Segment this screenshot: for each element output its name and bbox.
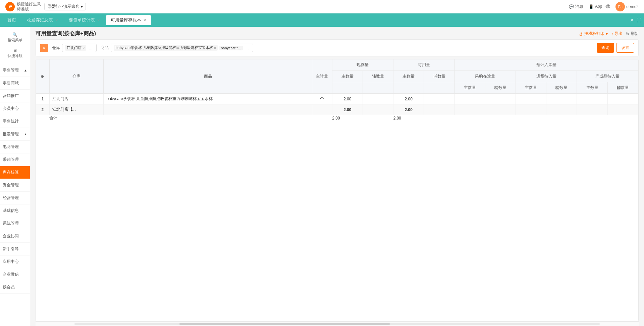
sidebar-item-marketing[interactable]: 营销推广	[0, 90, 30, 102]
table-subtotal-row: 2 江北门店【... 2.00 2.00	[36, 104, 638, 115]
row-existing-main: 2.00	[332, 94, 363, 104]
footer-empty-2	[104, 115, 312, 121]
row-goods: babycare学饮杯 儿童防摔防撞吸管杯重力球吸嘴杯宝宝水杯	[104, 94, 312, 104]
sidebar-item-ecommerce[interactable]: 电商管理	[0, 141, 30, 153]
tab-inventory[interactable]: 可用量库存账本 ✕	[106, 15, 151, 25]
sidebar-item-newbie[interactable]: 新手引导	[0, 243, 30, 255]
warehouse-label: 仓库	[52, 45, 60, 51]
row-no: 1	[36, 94, 49, 104]
subtotal-warehouse: 江北门店【...	[49, 104, 104, 115]
col-settings-header[interactable]: ⚙	[36, 59, 49, 94]
nav-icon: ⊞	[13, 48, 17, 53]
subtotal-no: 2	[36, 104, 49, 115]
col-existing-main-2	[332, 82, 363, 94]
table-footer-row: 合计 2.00 2.00	[36, 115, 638, 121]
chevron-down-icon: ▾	[81, 4, 83, 9]
sidebar-item-wechat[interactable]: 企业微信	[0, 268, 30, 281]
tab-close-orders[interactable]: ✕	[97, 18, 100, 22]
warehouse-filter: 仓库 江北门店 × ...	[52, 44, 97, 52]
expand-arrow-icon-2: ▲	[24, 132, 27, 136]
query-button[interactable]: 查询	[597, 43, 614, 53]
sidebar-item-retail-stats[interactable]: 零售统计	[0, 115, 30, 128]
footer-production-aux	[607, 115, 638, 121]
tab-orders[interactable]: 要货单统计表 ✕	[64, 15, 105, 25]
sidebar-item-retail-mgmt[interactable]: 零售管理 ▲	[0, 64, 30, 77]
refresh-button[interactable]: ↻ 刷新	[626, 31, 639, 37]
col-available-aux: 辅数量	[424, 71, 454, 82]
content-area: 可用量查询(按仓库+商品) 🖨 按模板打印 ▾ ↑ 导出 ↻ 刷新	[30, 27, 644, 326]
sidebar-item-finance[interactable]: 资金管理	[0, 179, 30, 192]
col-available-aux-2	[424, 82, 454, 94]
col-existing: 现存量	[332, 59, 393, 71]
app-download-button[interactable]: 📱 App下载	[589, 4, 610, 9]
warehouse-tag-close[interactable]: ×	[83, 46, 85, 50]
sidebar-item-app-center[interactable]: 应用中心	[0, 255, 30, 268]
sidebar-item-member-center[interactable]: 会员中心	[0, 102, 30, 115]
col-production-main: 主数量	[577, 82, 607, 94]
subtotal-purchase-aux	[485, 104, 516, 115]
refresh-icon: ↻	[626, 32, 629, 36]
footer-incoming-main	[516, 115, 546, 121]
goods-more-button[interactable]: ...	[244, 46, 250, 50]
sidebar-search[interactable]: 🔍 搜索菜单	[0, 30, 30, 45]
setting-button[interactable]: 设置	[616, 43, 634, 53]
sidebar-quick-nav[interactable]: ⊞ 快捷导航	[0, 45, 30, 61]
warehouse-input[interactable]: 江北门店 × ...	[62, 44, 97, 52]
filter-actions: 查询 设置	[597, 43, 634, 53]
col-estimated: 预计入库量	[454, 59, 638, 71]
footer-incoming-aux	[546, 115, 577, 121]
top-bar-left: 好 畅捷通好生意 标准版 母婴行业演示账套 ▾	[5, 2, 86, 11]
col-incoming-aux: 辅数量	[546, 82, 577, 94]
goods-tag-1-close[interactable]: ×	[214, 46, 216, 50]
sidebar-item-operations[interactable]: 经营管理	[0, 192, 30, 204]
download-icon: 📱	[589, 4, 594, 9]
goods-tag-2: babycare?...	[219, 46, 243, 50]
subtotal-production-aux	[607, 104, 638, 115]
scroll-track	[74, 323, 600, 325]
tab-home[interactable]: 首页	[3, 15, 21, 25]
sidebar-item-member[interactable]: 畅会员	[0, 281, 30, 294]
col-goods: 商品	[104, 59, 312, 94]
filter-expand-button[interactable]: »	[40, 44, 48, 52]
org-selector[interactable]: 母婴行业演示账套 ▾	[44, 3, 86, 10]
col-available-main: 主数量	[393, 71, 424, 82]
sidebar-item-purchase[interactable]: 采购管理	[0, 153, 30, 166]
row-existing-aux	[363, 94, 393, 104]
footer-purchase-main	[454, 115, 485, 121]
logo-text: 畅捷通好生意 标准版	[17, 2, 41, 11]
message-button[interactable]: 💬 消息	[569, 4, 583, 9]
print-template-button[interactable]: 🖨 按模板打印 ▾	[579, 31, 608, 37]
warehouse-more-button[interactable]: ...	[88, 46, 94, 50]
goods-tag-1: babycare学饮杯 儿童防摔防撞吸管杯重力球吸嘴杯宝宝水杯 ×	[114, 45, 218, 51]
row-production-main	[577, 94, 607, 104]
sidebar-item-enterprise[interactable]: 企业协同	[0, 230, 30, 243]
tab-bar: 首页 收发存汇总表 ✕ 要货单统计表 ✕ 可用量库存账本 ✕ ✕ ⛶	[0, 13, 644, 27]
col-purchase-transit: 采购在途量	[454, 71, 516, 82]
sidebar-item-inventory[interactable]: 库存核算	[0, 166, 30, 179]
scroll-thumb[interactable]	[179, 323, 389, 325]
filter-bar: » 仓库 江北门店 × ... 商品 babycare学饮杯 儿童防摔防撞吸管杯…	[36, 39, 639, 56]
export-button[interactable]: ↑ 导出	[611, 31, 623, 37]
tab-close-all-icon[interactable]: ✕	[630, 17, 634, 23]
tab-bar-actions: ✕ ⛶	[630, 17, 641, 23]
table-container[interactable]: ⚙ 仓库 商品 主计量 现存量 可用量 预计入库量 主数量 辅数量 主数量 辅数…	[36, 59, 639, 321]
footer-existing-main: 2.00	[332, 115, 363, 121]
tab-close-receipts[interactable]: ✕	[55, 18, 58, 22]
tab-receipts[interactable]: 收发存汇总表 ✕	[22, 15, 63, 25]
page-title: 可用量查询(按仓库+商品)	[36, 30, 96, 37]
goods-input[interactable]: babycare学饮杯 儿童防摔防撞吸管杯重力球吸嘴杯宝宝水杯 × babyca…	[111, 44, 253, 52]
col-existing-main: 主数量	[332, 71, 363, 82]
user-menu[interactable]: Ea demo2	[615, 2, 639, 11]
tab-close-inventory[interactable]: ✕	[143, 18, 146, 22]
sidebar-item-wholesale-mgmt[interactable]: 批发管理 ▲	[0, 128, 30, 141]
footer-available-main: 2.00	[393, 115, 424, 121]
warehouse-tag: 江北门店 ×	[65, 45, 86, 51]
sidebar-item-system[interactable]: 系统管理	[0, 217, 30, 230]
fullscreen-icon[interactable]: ⛶	[637, 17, 641, 23]
footer-production-main	[577, 115, 607, 121]
sidebar-item-basic-info[interactable]: 基础信息	[0, 204, 30, 217]
row-production-aux	[607, 94, 638, 104]
col-production-aux: 辅数量	[607, 82, 638, 94]
page-header: 可用量查询(按仓库+商品) 🖨 按模板打印 ▾ ↑ 导出 ↻ 刷新	[30, 27, 644, 39]
sidebar-item-retail-store[interactable]: 零售商城	[0, 77, 30, 90]
